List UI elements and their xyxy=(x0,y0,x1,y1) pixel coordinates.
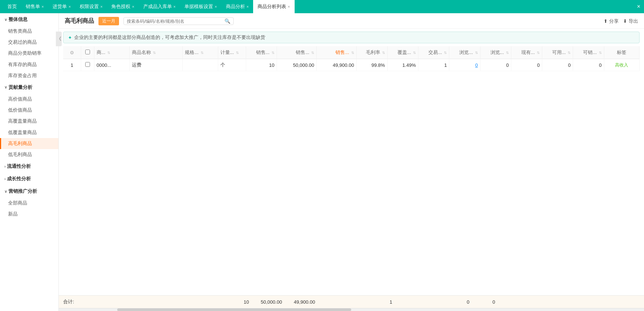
nav-product-analysis[interactable]: 商品分析 × xyxy=(222,0,253,13)
close-permission-settings[interactable]: × xyxy=(100,4,102,9)
sort-icon-stock1[interactable]: ⇅ xyxy=(537,51,540,55)
sort-icon-name[interactable]: ⇅ xyxy=(153,51,156,55)
nav-role-auth[interactable]: 角色授权 × xyxy=(107,0,138,13)
footer-label: 合计: xyxy=(63,299,74,305)
top-navigation: 首页 销售单 × 进货单 × 权限设置 × 角色授权 × 产成品入库单 × 单据… xyxy=(0,0,644,13)
footer-amount2: 49,900.00 xyxy=(288,299,321,305)
data-table: ⚙ 商... ⇅ 商品名称 ⇅ xyxy=(63,46,640,71)
sidebar-item-new-products[interactable]: 新品 xyxy=(0,209,58,220)
content-area: 高毛利商品 近一月 🔍 ⬆ 分享 ⬇ 导出 ✦ 企业的主要的利润都是这部分商品创… xyxy=(59,13,644,311)
footer-sales-qty: 10 xyxy=(229,299,255,305)
close-sales-order[interactable]: × xyxy=(42,4,44,9)
col-header-sales-qty: 销售... ⇅ xyxy=(246,46,277,59)
table-container: ⚙ 商... ⇅ 商品名称 ⇅ xyxy=(59,46,644,295)
browse1-link[interactable]: 0 xyxy=(475,62,478,68)
table-row: 1 0000... 运费 xyxy=(63,59,640,71)
nav-template-settings[interactable]: 单据模板设置 × xyxy=(180,0,221,13)
sidebar-item-traded-goods[interactable]: 交易过的商品 xyxy=(0,37,58,48)
sort-icon-coverage[interactable]: ⇅ xyxy=(413,51,416,55)
sort-icon-spec[interactable]: ⇅ xyxy=(201,51,204,55)
horizontal-scrollbar[interactable] xyxy=(59,308,644,311)
info-banner: ✦ 企业的主要的利润都是这部分商品创造的，可考虑加大推广，同时关注库存是不要出现… xyxy=(63,32,640,43)
col-header-name: 商品名称 ⇅ xyxy=(130,46,183,59)
sidebar-item-all-goods[interactable]: 全部商品 xyxy=(0,198,58,209)
sort-icon-browse2[interactable]: ⇅ xyxy=(506,51,509,55)
search-icon[interactable]: 🔍 xyxy=(224,18,230,24)
footer-stock1: 0 xyxy=(450,299,475,305)
sidebar-collapse-button[interactable]: 《 xyxy=(56,32,62,46)
sidebar-item-in-stock[interactable]: 有库存的商品 xyxy=(0,59,58,70)
sidebar-item-category-rate[interactable]: 商品分类助销率 xyxy=(0,48,58,59)
sort-icon-sales-amount2[interactable]: ⇅ xyxy=(351,51,354,55)
close-product-warehouse[interactable]: × xyxy=(173,4,176,9)
sidebar-group-liquidity[interactable]: › 流通性分析 xyxy=(0,160,58,173)
sort-icon-sellable[interactable]: ⇅ xyxy=(599,51,602,55)
close-product-analysis[interactable]: × xyxy=(247,4,249,9)
col-header-trade: 交易... ⇅ xyxy=(418,46,449,59)
sidebar-item-stock-capital[interactable]: 库存资金占用 xyxy=(0,70,58,81)
row-checkbox[interactable] xyxy=(85,62,90,67)
sidebar-group-overall[interactable]: ∨ 整体信息 xyxy=(0,13,58,26)
nav-sales-order[interactable]: 销售单 × xyxy=(21,0,48,13)
col-header-sales-amount2: 销售... ⇅ xyxy=(317,46,356,59)
sort-icon-sales-amount1[interactable]: ⇅ xyxy=(311,51,314,55)
close-purchase-order[interactable]: × xyxy=(68,4,71,9)
sidebar-group-marketing[interactable]: ∨ 营销推广分析 xyxy=(0,185,58,198)
close-template-settings[interactable]: × xyxy=(215,4,217,9)
search-input[interactable] xyxy=(127,19,224,24)
filter-period-button[interactable]: 近一月 xyxy=(98,17,119,25)
col-header-stock2: 可用... ⇅ xyxy=(542,46,573,59)
nav-purchase-order[interactable]: 进货单 × xyxy=(48,0,75,13)
close-role-auth[interactable]: × xyxy=(132,4,134,9)
export-button[interactable]: ⬇ 导出 xyxy=(623,18,638,25)
close-all-tabs[interactable]: × xyxy=(637,3,640,10)
sidebar: ∨ 整体信息 销售类商品 交易过的商品 商品分类助销率 有库存的商品 库存资金占… xyxy=(0,13,59,311)
sidebar-item-high-margin[interactable]: 高毛利商品 xyxy=(0,138,58,149)
col-header-coverage: 覆盖... ⇅ xyxy=(387,46,418,59)
sidebar-item-high-coverage[interactable]: 高覆盖量商品 xyxy=(0,116,58,127)
share-button[interactable]: ⬆ 分享 xyxy=(604,18,619,25)
content-header: 高毛利商品 近一月 🔍 ⬆ 分享 ⬇ 导出 xyxy=(59,13,644,29)
nav-permission-settings[interactable]: 权限设置 × xyxy=(75,0,107,13)
sort-icon-unit[interactable]: ⇅ xyxy=(236,51,239,55)
sort-icon-code[interactable]: ⇅ xyxy=(107,51,110,55)
cell-coverage: 1.49% xyxy=(387,59,418,71)
header-actions: ⬆ 分享 ⬇ 导出 xyxy=(604,18,638,25)
col-header-settings: ⚙ xyxy=(63,46,81,59)
sort-icon-trade[interactable]: ⇅ xyxy=(444,51,447,55)
column-settings-icon[interactable]: ⚙ xyxy=(70,50,74,55)
select-all-checkbox[interactable] xyxy=(85,50,90,54)
nav-product-analysis-list[interactable]: 商品分析列表 × xyxy=(253,0,294,13)
nav-product-warehouse[interactable]: 产成品入库单 × xyxy=(139,0,180,13)
sidebar-item-sales-goods[interactable]: 销售类商品 xyxy=(0,26,58,37)
sidebar-item-high-value[interactable]: 高价值商品 xyxy=(0,94,58,105)
col-header-checkbox xyxy=(81,46,94,59)
sort-icon-sales-qty[interactable]: ⇅ xyxy=(271,51,274,55)
table-footer: 合计: 10 50,000.00 49,900.00 1 0 0 xyxy=(59,295,644,308)
sidebar-item-low-margin[interactable]: 低毛利商品 xyxy=(0,149,58,160)
sort-icon-gross-rate[interactable]: ⇅ xyxy=(382,51,385,55)
col-header-browse2: 浏览... ⇅ xyxy=(480,46,511,59)
col-header-sellable: 可销... ⇅ xyxy=(573,46,604,59)
cell-stock1: 0 xyxy=(511,59,542,71)
col-header-gross-rate: 毛利率 ⇅ xyxy=(356,46,387,59)
search-box: 🔍 xyxy=(123,17,234,25)
sidebar-group-contribution[interactable]: ∨ 贡献量分析 xyxy=(0,81,58,94)
footer-amount1: 50,000.00 xyxy=(255,299,288,305)
nav-home[interactable]: 首页 xyxy=(3,0,21,13)
cell-name: 运费 xyxy=(130,59,183,71)
sidebar-item-low-coverage[interactable]: 低覆盖量商品 xyxy=(0,127,58,138)
cell-stock2: 0 xyxy=(542,59,573,71)
cell-sellable: 0 xyxy=(573,59,604,71)
col-header-sales-amount1: 销售... ⇅ xyxy=(277,46,317,59)
export-icon: ⬇ xyxy=(623,18,627,24)
sort-icon-browse1[interactable]: ⇅ xyxy=(475,51,478,55)
sort-icon-stock2[interactable]: ⇅ xyxy=(568,51,571,55)
sidebar-item-low-value[interactable]: 低价值商品 xyxy=(0,105,58,116)
arrow-icon-liquidity: › xyxy=(4,164,6,169)
sidebar-group-growth[interactable]: › 成长性分析 xyxy=(0,173,58,185)
close-product-analysis-list[interactable]: × xyxy=(288,4,290,9)
cell-browse2: 0 xyxy=(480,59,511,71)
cell-trade: 1 xyxy=(418,59,449,71)
arrow-icon-contribution: ∨ xyxy=(4,85,7,89)
